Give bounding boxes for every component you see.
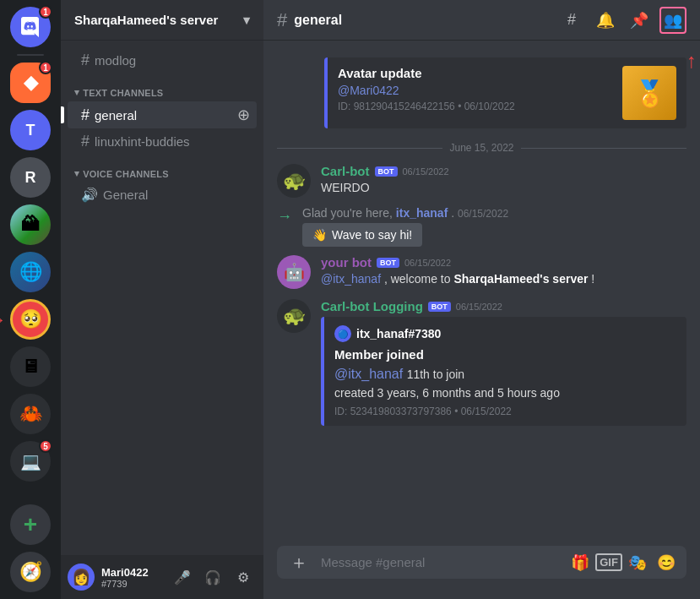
channel-name-general: general — [95, 108, 137, 123]
logging-timestamp: 06/15/2022 — [456, 302, 502, 312]
pin-icon: 📌 — [630, 11, 648, 30]
emoji-button[interactable]: 😊 — [653, 549, 680, 576]
members-icon: 👥 — [664, 11, 682, 30]
user-actions: 🎤 🎧 ⚙ — [169, 564, 257, 591]
system-text-dot: . — [451, 206, 458, 220]
hashtag-icon-general: # — [81, 106, 90, 124]
server-badge-pink: 5 — [39, 439, 52, 453]
logging-author: Carl-bot Logging — [321, 299, 423, 313]
logging-embed-user-row: 🔵 itx_hanaf#7380 — [334, 325, 676, 342]
logging-embed-mention: @itx_hanaf — [334, 367, 403, 381]
server-item-landscape[interactable]: 🏔 — [10, 204, 51, 245]
carlbot-weirdo-text: WEIRDO — [321, 180, 686, 197]
pin-button[interactable]: 📌 — [626, 7, 653, 34]
server-item-monitor[interactable]: 🖥 — [10, 346, 51, 387]
wave-btn-label: Wave to say hi! — [332, 228, 412, 242]
discover-button[interactable]: 🧭 — [10, 552, 51, 592]
date-divider: June 15, 2022 — [263, 135, 700, 161]
message-group-avatar-update: Avatar update @Mari0422 ID: 981290415246… — [263, 54, 700, 132]
header-actions: # 🔔 📌 👥 ↑ — [558, 7, 686, 34]
server-item-T[interactable]: T — [10, 110, 51, 150]
headphone-icon: 🎧 — [204, 569, 221, 585]
channels-area: # modlog ▾ TEXT CHANNELS # general ⊕ # l… — [61, 41, 263, 555]
gif-button[interactable]: GIF — [595, 549, 622, 576]
channel-title: general — [294, 13, 342, 28]
messages-area: Avatar update @Mari0422 ID: 981290415246… — [263, 41, 700, 546]
logging-avatar: 🐢 — [277, 299, 311, 333]
search-header-button[interactable]: # — [558, 7, 585, 34]
carlbot-timestamp: 06/15/2022 — [403, 166, 449, 177]
collapse-voice-icon: ▾ — [74, 168, 79, 179]
yourbot-author: your bot — [321, 255, 372, 270]
user-name: Mari0422 — [101, 566, 162, 579]
system-mention: itx_hanaf — [396, 206, 448, 220]
channel-item-linuxhint[interactable]: # linuxhint-buddies — [68, 128, 257, 155]
server-header[interactable]: SharqaHameed's server ▾ — [61, 0, 263, 41]
bell-icon: 🔔 — [596, 11, 615, 30]
channel-item-modlog[interactable]: # modlog — [68, 47, 257, 74]
carlbot-author: Carl-bot — [321, 164, 370, 178]
channel-sidebar: SharqaHameed's server ▾ # modlog ▾ TEXT … — [61, 0, 263, 599]
yourbot-msg-content: your bot BOT 06/15/2022 @itx_hanaf , wel… — [321, 255, 686, 289]
msg-header-carlbot: Carl-bot BOT 06/15/2022 — [321, 164, 686, 178]
system-wave-message: → Glad you're here, itx_hanaf . 06/15/20… — [263, 204, 700, 248]
embed-mention-mari: @Mari0422 — [338, 84, 515, 97]
voice-channels-category[interactable]: ▾ VOICE CHANNELS — [61, 155, 263, 182]
server-badge-0: 1 — [39, 61, 52, 74]
avatar-update-embed: Avatar update @Mari0422 ID: 981290415246… — [324, 57, 686, 128]
yourbot-timestamp: 06/15/2022 — [404, 258, 451, 268]
server-item-sphere[interactable]: 🌐 — [10, 252, 51, 292]
wave-button[interactable]: 👋 Wave to say hi! — [302, 223, 422, 247]
logging-embed-username: itx_hanaf#7380 — [356, 327, 441, 340]
bot-badge-logging: BOT — [428, 302, 451, 312]
server-item-crab[interactable]: 🦀 — [10, 394, 51, 434]
chat-header: # general # 🔔 📌 👥 ↑ — [263, 0, 700, 41]
channel-item-general-voice[interactable]: 🔊 General — [68, 182, 257, 207]
carlbot-avatar: 🐢 — [277, 164, 311, 198]
collapse-text-icon: ▾ — [74, 87, 79, 98]
bot-badge-carlbot: BOT — [375, 166, 398, 177]
embed-meta-mari: ID: 981290415246422156 • 06/10/2022 — [338, 101, 515, 112]
bell-button[interactable]: 🔔 — [592, 7, 619, 34]
red-arrow-indicator: ↑ — [686, 49, 697, 73]
yourbot-welcome-text: @itx_hanaf , welcome to SharqaHameed's s… — [321, 271, 686, 288]
gear-icon: ⚙ — [237, 569, 249, 585]
settings-button[interactable]: ⚙ — [230, 564, 257, 591]
embed-image: 🏅 — [622, 66, 676, 120]
members-button[interactable]: 👥 — [659, 7, 686, 34]
server-chevron-icon: ▾ — [243, 13, 250, 28]
mute-button[interactable]: 🎤 — [169, 564, 196, 591]
main-chat: # general # 🔔 📌 👥 ↑ Ava — [263, 0, 700, 599]
server-item-pink[interactable]: 💻 5 — [10, 441, 51, 482]
add-server-button[interactable]: + — [10, 504, 51, 545]
logging-embed-title: Member joined — [334, 347, 676, 362]
message-input[interactable] — [317, 546, 563, 579]
add-member-icon[interactable]: ⊕ — [237, 106, 250, 124]
server-item-R[interactable]: R — [10, 157, 51, 198]
yourbot-text-end: ! — [591, 272, 594, 286]
logging-embed-created: created 3 years, 6 months and 5 hours ag… — [334, 385, 676, 400]
server-name: SharqaHameed's server — [74, 13, 218, 27]
yourbot-text-mid: , welcome to — [384, 272, 453, 286]
gif-icon: GIF — [595, 553, 622, 571]
deafen-button[interactable]: 🎧 — [199, 564, 226, 591]
discord-home-button[interactable]: 1 — [10, 7, 51, 47]
yourbot-server-bold: SharqaHameed's server — [453, 272, 588, 286]
server-item-emoji-active[interactable]: 🥺 → — [10, 299, 51, 340]
chat-input-area: ＋ 🎁 GIF 🎭 😊 — [263, 546, 700, 599]
embed-avatar-title: Avatar update — [338, 66, 515, 80]
voice-channel-name: General — [103, 188, 148, 202]
sticker-button[interactable]: 🎭 — [624, 549, 651, 576]
user-panel: 👩 Mari0422 #7739 🎤 🎧 ⚙ — [61, 555, 263, 599]
server-list: 1 ◆ 1 T R 🏔 🌐 🥺 → 🖥 🦀 💻 5 + — [0, 0, 61, 599]
channel-name-linuxhint: linuxhint-buddies — [95, 134, 190, 149]
system-msg-content: Glad you're here, itx_hanaf . 06/15/2022… — [302, 206, 508, 247]
server-item-0[interactable]: ◆ 1 — [10, 63, 51, 103]
discord-badge: 1 — [39, 5, 52, 19]
attach-file-button[interactable]: ＋ — [284, 547, 314, 578]
logging-embed-avatar: 🔵 — [334, 325, 351, 342]
text-channels-category[interactable]: ▾ TEXT CHANNELS — [61, 74, 263, 101]
channel-hashtag-icon: # — [277, 9, 287, 31]
channel-item-general[interactable]: # general ⊕ — [68, 101, 257, 128]
gift-button[interactable]: 🎁 — [567, 549, 594, 576]
